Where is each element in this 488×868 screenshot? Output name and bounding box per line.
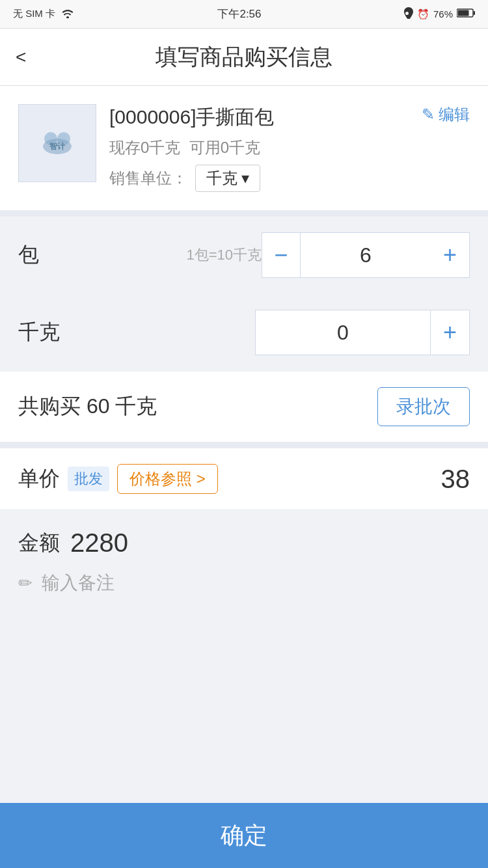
location-icon xyxy=(404,7,413,21)
amount-value: 2280 xyxy=(70,528,128,558)
price-section: 单价 批发 价格参照 > 38 xyxy=(0,448,488,510)
package-input-row: 包 1包=10千克 − + xyxy=(0,217,488,294)
total-row: 共购买 60 千克 录批次 xyxy=(0,372,488,448)
kilogram-plus-button[interactable]: + xyxy=(431,310,470,355)
amount-label: 金额 xyxy=(18,529,60,558)
status-bar: 无 SIM 卡 下午2:56 ⏰ 76% xyxy=(0,0,488,29)
svg-rect-2 xyxy=(473,11,475,15)
remark-text: 输入备注 xyxy=(42,571,115,595)
product-unit-row: 销售单位： 千克 ▾ xyxy=(109,165,470,192)
kilogram-qty-control: + xyxy=(255,310,470,355)
remark-row[interactable]: ✏ 输入备注 xyxy=(18,571,470,608)
batch-button[interactable]: 录批次 xyxy=(377,387,470,426)
kilogram-label: 千克 xyxy=(18,318,255,347)
total-text: 共购买 60 千克 xyxy=(18,392,157,421)
unit-dropdown[interactable]: 千克 ▾ xyxy=(195,165,260,192)
product-image: 智计 xyxy=(18,104,96,182)
kilogram-input-row: 千克 + xyxy=(0,294,488,372)
status-right: ⏰ 76% xyxy=(404,7,475,21)
product-title: [0000006]手撕面包 xyxy=(109,104,470,131)
package-minus-button[interactable]: − xyxy=(262,232,301,278)
svg-text:智计: 智计 xyxy=(49,142,66,151)
carrier-text: 无 SIM 卡 xyxy=(13,8,55,20)
confirm-button-text: 确定 xyxy=(221,820,267,852)
edit-icon: ✎ xyxy=(422,105,435,124)
product-stock: 现存0千克 可用0千克 xyxy=(109,137,470,158)
status-time: 下午2:56 xyxy=(217,7,261,21)
unit-label: 销售单位： xyxy=(109,168,187,189)
package-label: 包 xyxy=(18,241,170,269)
page-title: 填写商品购买信息 xyxy=(156,42,332,72)
kilogram-qty-input[interactable] xyxy=(255,310,431,355)
package-plus-button[interactable]: + xyxy=(431,232,470,278)
price-label: 单价 xyxy=(18,465,60,493)
chevron-down-icon: ▾ xyxy=(241,169,249,187)
product-card: 智计 [0000006]手撕面包 现存0千克 可用0千克 销售单位： 千克 ▾ … xyxy=(0,86,488,217)
status-left: 无 SIM 卡 xyxy=(13,8,75,20)
package-qty-control: − + xyxy=(262,232,470,278)
price-ref-button[interactable]: 价格参照 > xyxy=(117,464,218,494)
price-tag: 批发 xyxy=(68,467,109,491)
package-qty-input[interactable] xyxy=(301,232,431,278)
nav-bar: < 填写商品购买信息 xyxy=(0,29,488,86)
confirm-button[interactable]: 确定 xyxy=(0,803,488,868)
spacer xyxy=(0,608,488,804)
product-info: [0000006]手撕面包 现存0千克 可用0千克 销售单位： 千克 ▾ xyxy=(109,104,470,192)
edit-button[interactable]: ✎ 编辑 xyxy=(422,104,470,125)
wifi-icon xyxy=(61,8,75,20)
price-row: 单价 批发 价格参照 > 38 xyxy=(18,464,470,494)
svg-rect-1 xyxy=(457,10,468,16)
battery-text: 76% xyxy=(433,8,453,20)
alarm-icon: ⏰ xyxy=(417,8,429,20)
price-value: 38 xyxy=(441,465,470,494)
battery-icon xyxy=(457,8,475,20)
amount-row: 金额 2280 xyxy=(18,528,470,558)
package-hint: 1包=10千克 xyxy=(186,245,262,265)
amount-section: 金额 2280 ✏ 输入备注 xyxy=(0,510,488,608)
back-button[interactable]: < xyxy=(16,47,26,68)
price-label-group: 单价 批发 价格参照 > xyxy=(18,464,218,494)
remark-icon: ✏ xyxy=(18,573,33,593)
